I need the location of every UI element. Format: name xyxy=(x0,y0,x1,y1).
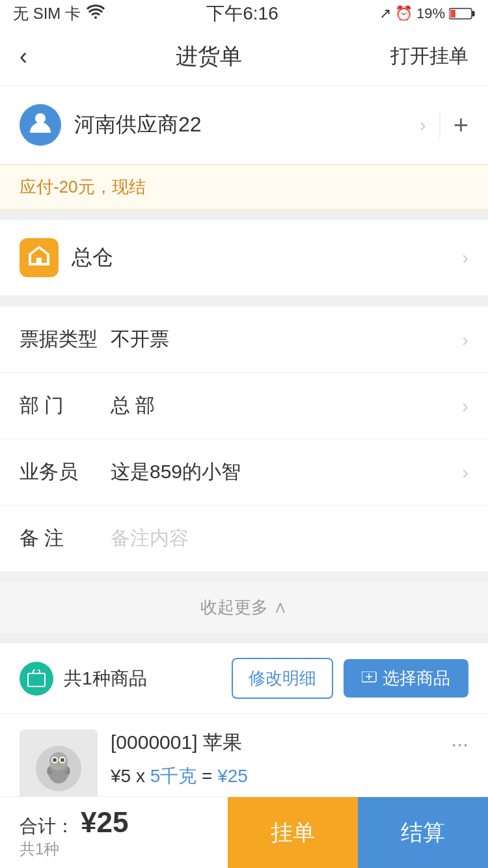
equals-sign: = xyxy=(202,766,217,786)
location-icon: ↗ xyxy=(379,5,391,22)
salesperson-value: 这是859的小智 xyxy=(111,459,462,485)
collapse-row[interactable]: 收起更多 ∧ xyxy=(0,582,488,633)
salesperson-label: 业务员 xyxy=(20,459,111,485)
modify-detail-button[interactable]: 修改明细 xyxy=(232,658,333,699)
products-icon-wrap xyxy=(20,662,53,696)
wifi-icon xyxy=(86,5,105,23)
collapse-text: 收起更多 ∧ xyxy=(200,596,287,619)
warehouse-card[interactable]: 总仓 › xyxy=(0,220,488,295)
product-price-row: ¥5 x 5千克 = ¥25 xyxy=(111,764,451,789)
avatar xyxy=(20,104,61,146)
battery-text: 19% xyxy=(416,5,445,22)
open-pending-button[interactable]: 打开挂单 xyxy=(390,43,468,70)
product-price: ¥5 xyxy=(111,766,131,786)
total-amount: ¥25 xyxy=(81,806,128,839)
svg-point-11 xyxy=(53,758,57,762)
select-product-button[interactable]: 选择商品 xyxy=(344,659,468,698)
total-label: 合计： xyxy=(20,814,74,839)
supplier-row[interactable]: 河南供应商22 › + xyxy=(0,86,488,165)
svg-rect-4 xyxy=(28,673,45,686)
warehouse-row[interactable]: 总仓 › xyxy=(0,220,488,295)
product-total: ¥25 xyxy=(217,766,248,786)
svg-rect-2 xyxy=(450,10,455,18)
warehouse-chevron-icon: › xyxy=(462,247,468,269)
remark-label: 备 注 xyxy=(20,525,111,552)
status-right: ↗ ⏰ 19% xyxy=(379,5,475,22)
main-content: 河南供应商22 › + 应付-20元，现结 总仓 › 票据类型 不开票 › 部 … xyxy=(0,86,488,868)
product-qty: 5千克 xyxy=(150,766,197,786)
remark-row[interactable]: 备 注 备注内容 xyxy=(0,505,488,571)
remark-input[interactable]: 备注内容 xyxy=(111,525,468,552)
invoice-chevron-icon: › xyxy=(462,329,468,351)
battery-icon xyxy=(449,7,475,20)
svg-point-3 xyxy=(35,113,46,124)
products-count: 共1种商品 xyxy=(64,666,232,691)
person-icon xyxy=(29,111,52,140)
supplier-chevron-icon: › xyxy=(420,114,426,136)
nav-bar: ‹ 进货单 打开挂单 xyxy=(0,27,488,86)
product-info: [0000001] 苹果 ¥5 x 5千克 = ¥25 xyxy=(111,729,451,789)
product-name: [0000001] 苹果 xyxy=(111,729,451,756)
add-supplier-button[interactable]: + xyxy=(454,111,468,140)
warehouse-icon-wrap xyxy=(20,238,59,277)
supplier-name: 河南供应商22 xyxy=(74,111,420,139)
multiply-sign: x xyxy=(136,766,150,786)
sim-text: 无 SIM 卡 xyxy=(13,3,81,24)
checkout-button[interactable]: 结算 xyxy=(358,797,488,868)
owl-logo xyxy=(36,746,81,791)
invoice-type-row[interactable]: 票据类型 不开票 › xyxy=(0,306,488,372)
svg-rect-1 xyxy=(472,11,475,16)
supplier-notice: 应付-20元，现结 xyxy=(0,165,488,210)
salesperson-row[interactable]: 业务员 这是859的小智 › xyxy=(0,439,488,505)
total-count: 共1种 xyxy=(20,839,208,860)
department-chevron-icon: › xyxy=(462,395,468,417)
department-value: 总 部 xyxy=(111,392,462,419)
products-header: 共1种商品 修改明细 选择商品 xyxy=(0,644,488,714)
department-label: 部 门 xyxy=(20,392,111,419)
product-thumbnail xyxy=(20,729,98,807)
status-left: 无 SIM 卡 xyxy=(13,3,105,24)
suspend-button[interactable]: 挂单 xyxy=(228,797,358,868)
bottom-bar: 合计： ¥25 共1种 挂单 结算 xyxy=(0,796,488,868)
select-product-label: 选择商品 xyxy=(383,667,450,690)
page-title: 进货单 xyxy=(176,42,242,72)
status-time: 下午6:16 xyxy=(206,1,278,26)
warehouse-name: 总仓 xyxy=(72,243,462,272)
warehouse-icon xyxy=(29,246,49,270)
supplier-card: 河南供应商22 › + 应付-20元，现结 xyxy=(0,86,488,210)
alarm-icon: ⏰ xyxy=(395,5,413,22)
form-card: 票据类型 不开票 › 部 门 总 部 › 业务员 这是859的小智 › 备 注 … xyxy=(0,306,488,571)
back-button[interactable]: ‹ xyxy=(20,43,27,70)
total-section: 合计： ¥25 共1种 xyxy=(0,797,228,868)
status-bar: 无 SIM 卡 下午6:16 ↗ ⏰ 19% xyxy=(0,0,488,27)
divider xyxy=(439,112,441,138)
svg-point-12 xyxy=(61,758,64,762)
invoice-type-value: 不开票 xyxy=(111,326,462,353)
salesperson-chevron-icon: › xyxy=(462,461,468,483)
product-more-button[interactable]: ··· xyxy=(451,729,468,756)
invoice-type-label: 票据类型 xyxy=(20,326,111,353)
department-row[interactable]: 部 门 总 部 › xyxy=(0,372,488,439)
